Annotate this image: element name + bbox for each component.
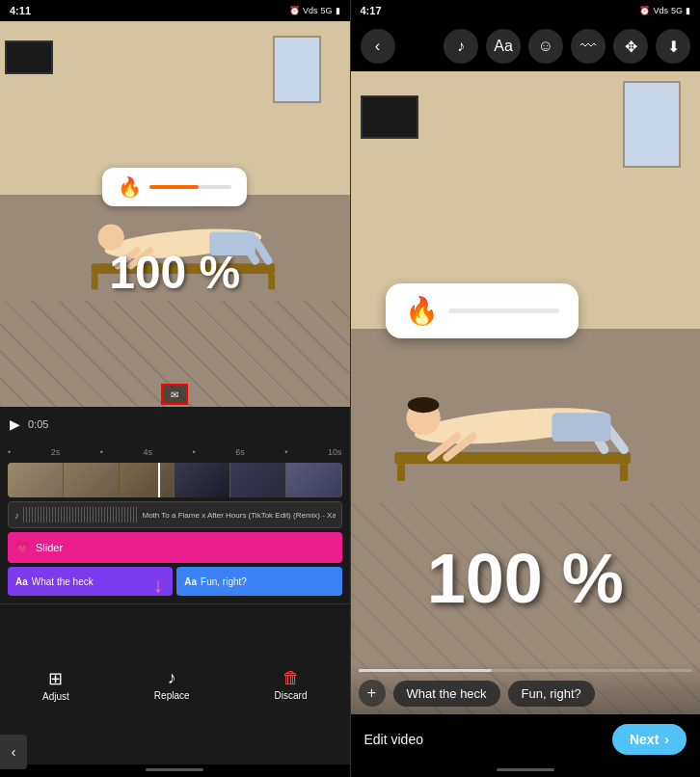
- bottom-captions-right: + What the heck Fun, right?: [351, 661, 701, 714]
- progress-fill-right: [359, 669, 493, 672]
- video-strip[interactable]: [8, 463, 342, 497]
- edit-video-button[interactable]: Edit video: [364, 726, 423, 753]
- person-plank-right: [368, 309, 683, 534]
- audio-waveform: [23, 507, 139, 522]
- slider-track-label: Slider: [36, 542, 63, 553]
- slider-track-timeline[interactable]: 💗 Slider: [8, 532, 342, 563]
- replace-label: Replace: [154, 690, 190, 701]
- discard-button[interactable]: 🗑 Discard: [275, 668, 308, 701]
- bottom-home-right: [351, 764, 701, 777]
- replace-icon: ♪: [168, 668, 176, 688]
- toolbar-icons-right-group: ♪ Aa ☺ 〰 ✥ ⬇: [444, 29, 690, 64]
- caption-row-right: + What the heck Fun, right?: [359, 680, 693, 707]
- ruler-mark-6s: 6s: [235, 447, 245, 457]
- adjust-label: Adjust: [42, 691, 69, 702]
- sticker-button-right[interactable]: ☺: [528, 29, 563, 64]
- slider-track-left: [149, 185, 231, 189]
- slider-pink-icon: 💗: [15, 541, 30, 554]
- add-caption-button[interactable]: +: [359, 680, 386, 707]
- timeline-cursor: [158, 463, 160, 497]
- room-scene-right: 🔥 100 % + What the heck Fun, right?: [351, 71, 701, 714]
- alarm-icon: ⏰: [289, 6, 300, 15]
- ruler-mark-dot2: •: [192, 447, 195, 457]
- next-arrow-icon: ›: [664, 732, 669, 747]
- next-label: Next: [630, 732, 659, 747]
- strip-frame-2: [120, 463, 175, 497]
- svg-rect-20: [552, 413, 610, 442]
- window-right: [623, 81, 681, 168]
- caption-label-1: What the heck: [32, 576, 94, 587]
- sticker-icon-right: ☺: [538, 38, 553, 55]
- percent-text-left: 100 %: [109, 246, 240, 299]
- svg-rect-1: [92, 274, 98, 289]
- status-bar-right: 4:17 ⏰ Vds 5G ▮: [351, 0, 701, 21]
- timeline-section: • 2s • 4s • 6s • 10s ♪ Moth To a Flame x…: [0, 442, 350, 603]
- download-icon-right: ⬇: [667, 38, 680, 56]
- back-button-right[interactable]: ‹: [361, 29, 395, 64]
- caption-track-2[interactable]: Aa Fun, right?: [176, 567, 341, 596]
- alarm-icon-right: ⏰: [639, 6, 650, 15]
- ruler-mark-0: •: [8, 447, 11, 457]
- timeline-marker-left[interactable]: ✉: [161, 384, 188, 405]
- tv-left: [5, 40, 53, 74]
- caption-pill-1[interactable]: What the heck: [393, 681, 500, 707]
- aa-icon-2: Aa: [184, 576, 197, 587]
- text-aa-icon-right: Aa: [494, 38, 513, 55]
- tv-right: [361, 95, 418, 139]
- slider-sticker-right: 🔥: [386, 283, 579, 338]
- text-button-right[interactable]: Aa: [486, 29, 521, 64]
- caption-track-1[interactable]: Aa What the heck: [8, 567, 173, 596]
- replace-button[interactable]: ♪ Replace: [154, 668, 190, 701]
- effects-button-right[interactable]: 〰: [571, 29, 606, 64]
- signal-icon-right: Vds: [653, 6, 668, 15]
- audio-label: Moth To a Flame x After Hours (TikTok Ed…: [143, 511, 336, 520]
- home-indicator-left: [146, 768, 203, 771]
- signal-icon: Vds: [303, 6, 318, 15]
- envelope-icon: ✉: [171, 389, 178, 400]
- left-panel: 4:11 ⏰ Vds 5G ▮: [0, 0, 350, 777]
- status-bar-left: 4:11 ⏰ Vds 5G ▮: [0, 0, 350, 21]
- status-icons-right: ⏰ Vds 5G ▮: [639, 6, 690, 15]
- top-toolbar-right: ‹ ♪ Aa ☺ 〰 ✥ ⬇: [351, 21, 701, 71]
- move-button-right[interactable]: ✥: [613, 29, 648, 64]
- svg-point-15: [407, 397, 439, 413]
- move-icon-right: ✥: [625, 38, 637, 56]
- bottom-action-bar-right: Edit video Next ›: [351, 714, 701, 764]
- caption-pill-2[interactable]: Fun, right?: [508, 681, 595, 707]
- slider-track-right-visual: [448, 308, 559, 313]
- timeline-ruler: • 2s • 4s • 6s • 10s: [8, 445, 342, 459]
- discard-label: Discard: [275, 690, 308, 701]
- audio-note-icon: ♪: [14, 510, 19, 521]
- strip-frame-0: [8, 463, 64, 497]
- discard-icon: 🗑: [283, 668, 300, 688]
- effects-icon-right: 〰: [580, 38, 596, 55]
- adjust-icon: ⊞: [48, 668, 63, 689]
- ruler-mark-2s: 2s: [51, 447, 61, 457]
- video-preview-left: 🔥 100 % ✉: [0, 21, 350, 407]
- fire-emoji-right: 🔥: [405, 295, 439, 327]
- wifi-icon: 5G: [320, 6, 332, 15]
- music-icon-right: ♪: [457, 38, 465, 55]
- next-button[interactable]: Next ›: [612, 724, 687, 755]
- ruler-mark-dot3: •: [284, 447, 287, 457]
- svg-rect-11: [397, 464, 405, 481]
- toolbar-left: ‹ ⊞ Adjust ♪ Replace 🗑 Discard: [0, 603, 350, 764]
- play-button[interactable]: ▶: [10, 416, 20, 432]
- music-button-right[interactable]: ♪: [444, 29, 478, 64]
- caption-label-2: Fun, right?: [201, 576, 247, 587]
- add-icon: +: [367, 684, 376, 702]
- playback-controls-left: ▶ 0:05: [0, 407, 350, 442]
- wifi-icon-right: 5G: [671, 6, 683, 15]
- back-arrow-icon-right: ‹: [375, 38, 380, 55]
- fire-emoji-left: 🔥: [118, 175, 142, 199]
- ruler-mark-dot1: •: [100, 447, 103, 457]
- download-button-right[interactable]: ⬇: [656, 29, 690, 64]
- audio-track[interactable]: ♪ Moth To a Flame x After Hours (TikTok …: [8, 501, 342, 528]
- status-time-right: 4:17: [361, 5, 382, 16]
- arrow-down-overlay: ↓: [152, 573, 163, 598]
- svg-rect-2: [269, 274, 276, 289]
- back-arrow-button[interactable]: ‹: [0, 735, 27, 769]
- adjust-button[interactable]: ⊞ Adjust: [42, 668, 69, 702]
- home-indicator-right: [497, 768, 554, 771]
- aa-icon-1: Aa: [15, 576, 28, 587]
